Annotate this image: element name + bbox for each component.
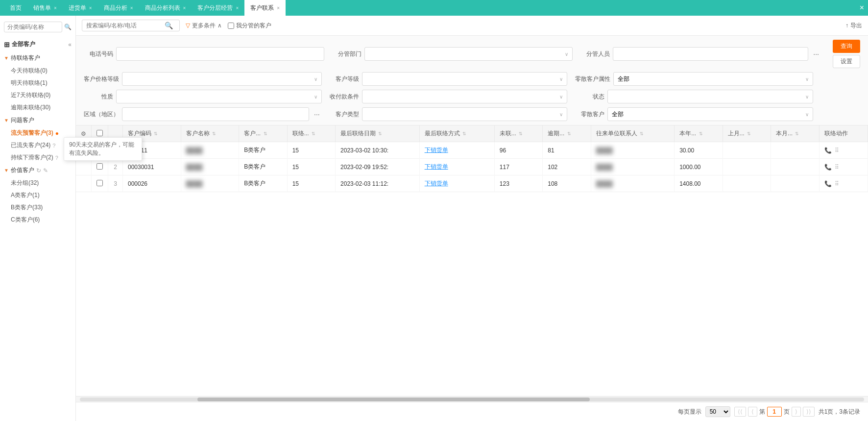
th-last-month[interactable]: 上月... ⇅ xyxy=(723,125,771,142)
per-page-select[interactable]: 50 100 200 xyxy=(705,406,730,417)
row-checkbox[interactable] xyxy=(96,163,103,170)
sidebar-search-input[interactable] xyxy=(4,22,62,32)
scroll-track[interactable] xyxy=(80,397,864,401)
nav-tab-analysis-list-close[interactable]: × xyxy=(183,5,186,11)
row-last-month-cell xyxy=(723,175,771,192)
th-name-label: 客户名称 xyxy=(186,130,210,137)
th-not-contacted[interactable]: 未联... ⇅ xyxy=(494,125,542,142)
my-customers-checkbox-wrapper[interactable]: 我分管的客户 xyxy=(228,22,271,30)
sidebar-item-today[interactable]: 今天待联络(0) xyxy=(0,65,75,77)
nav-tab-analysis-list[interactable]: 商品分析列表 × xyxy=(139,0,192,16)
sidebar-all-customers[interactable]: ⊞ 全部客户 « xyxy=(0,37,75,51)
row-contact-cell: 15 xyxy=(287,142,335,159)
sidebar-group-pending[interactable]: ▼ 待联络客户 xyxy=(0,51,75,65)
sidebar-item-b-class[interactable]: B类客户(33) xyxy=(0,201,75,214)
filter-customer-type-select[interactable]: ∨ xyxy=(362,107,568,121)
filter-zero-retail-attr-select[interactable]: 全部∨ xyxy=(613,72,813,86)
page-input[interactable] xyxy=(767,407,782,417)
phone-icon[interactable]: 📞 xyxy=(824,180,832,187)
filter-payment-select[interactable]: ∨ xyxy=(362,90,568,103)
nav-tab-sales[interactable]: 销售单 × xyxy=(27,0,63,16)
my-customers-checkbox[interactable] xyxy=(228,23,234,29)
arrow-icon: ▼ xyxy=(4,55,9,61)
sidebar-collapse-button[interactable]: « xyxy=(68,41,72,48)
filter-status-select[interactable]: ∨ xyxy=(607,90,813,103)
more-actions-icon[interactable]: ⠿ xyxy=(835,180,839,187)
filter-price-level-select[interactable]: ∨ xyxy=(122,72,322,86)
sidebar-item-overdue[interactable]: 逾期未联络(30) xyxy=(0,101,75,114)
th-this-year[interactable]: 本年... ⇅ xyxy=(675,125,723,142)
th-name[interactable]: 客户名称 ⇅ xyxy=(181,125,239,142)
row-last-month-cell xyxy=(723,142,771,159)
nav-home[interactable]: 首页 xyxy=(4,4,27,12)
filter-customer-level-select[interactable]: ∨ xyxy=(362,72,568,86)
scroll-thumb[interactable] xyxy=(197,397,590,401)
filter-person-more[interactable]: ··· xyxy=(811,50,821,58)
th-overdue[interactable]: 逾期... ⇅ xyxy=(543,125,591,142)
filter-gender-select[interactable]: ∨ xyxy=(116,90,322,103)
nav-tab-customer-tier[interactable]: 客户分层经营 × xyxy=(192,0,244,16)
filter-row-2: 客户价格等级 ∨ 客户等级 ∨ 零散客户属性 全部∨ xyxy=(84,72,860,86)
sidebar-item-c-class[interactable]: C类客户(6) xyxy=(0,214,75,226)
th-contact[interactable]: 联络... ⇅ xyxy=(287,125,335,142)
th-unit-contact[interactable]: 往来单位联系人 ⇅ xyxy=(591,125,674,142)
filter-phone-input[interactable] xyxy=(116,47,324,61)
row-contact-cell: 15 xyxy=(287,159,335,175)
th-last-contact-date[interactable]: 最后联络日期 ⇅ xyxy=(336,125,420,142)
nav-tab-customer-tier-close[interactable]: × xyxy=(236,5,239,11)
phone-icon[interactable]: 📞 xyxy=(824,164,832,171)
filter-region-select[interactable] xyxy=(122,107,309,121)
row-checkbox[interactable] xyxy=(96,180,103,186)
th-type[interactable]: 客户... ⇅ xyxy=(239,125,287,142)
row-overdue-cell: 81 xyxy=(543,142,591,159)
search-input[interactable] xyxy=(86,22,165,29)
th-this-month[interactable]: 本月... ⇅ xyxy=(771,125,819,142)
horizontal-scrollbar[interactable] xyxy=(76,396,868,402)
sidebar-item-7days[interactable]: 近7天待联络(0) xyxy=(0,89,75,101)
refresh-icon[interactable]: ↻ xyxy=(36,167,41,174)
filter-zero-retail-select[interactable]: 全部∨ xyxy=(607,107,813,121)
contact-method-link[interactable]: 下销货单 xyxy=(425,180,448,187)
sidebar-group-problem[interactable]: ▼ 问题客户 xyxy=(0,114,75,127)
edit-icon[interactable]: ✎ xyxy=(43,167,48,174)
contact-method-link[interactable]: 下销货单 xyxy=(425,163,448,170)
settings-icon[interactable]: ⚙ xyxy=(81,130,86,137)
nav-tab-purchase[interactable]: 进货单 × xyxy=(63,0,98,16)
export-button[interactable]: ↑ 导出 xyxy=(845,22,862,30)
sidebar-group-value[interactable]: ▼ 价值客户 ↻ ✎ xyxy=(0,164,75,177)
filter-dept-select[interactable]: ∨ xyxy=(364,47,573,61)
nav-tab-purchase-close[interactable]: × xyxy=(89,5,92,11)
per-page-label: 每页显示 xyxy=(678,408,701,416)
sidebar-item-tomorrow[interactable]: 明天待联络(1) xyxy=(0,77,75,89)
sidebar-item-ungroup[interactable]: 未分组(32) xyxy=(0,177,75,189)
contact-method-link[interactable]: 下销货单 xyxy=(425,147,448,153)
settings-button[interactable]: 设置 xyxy=(833,55,860,68)
filter-person-select[interactable] xyxy=(613,47,808,61)
nav-tab-sales-close[interactable]: × xyxy=(54,5,57,11)
prev-page-button[interactable]: ⟨ xyxy=(748,407,757,417)
search-button[interactable]: 🔍 xyxy=(165,22,173,29)
sidebar-search-icon[interactable]: 🔍 xyxy=(64,24,72,30)
th-unit-contact-label: 往来单位联系人 xyxy=(596,130,637,137)
sidebar-item-a-class[interactable]: A类客户(1) xyxy=(0,189,75,201)
filter-region-more[interactable]: ··· xyxy=(312,110,322,118)
nav-tab-customer-contact[interactable]: 客户联系 × xyxy=(244,0,286,16)
th-last-contact-method[interactable]: 最后联络方式 ⇅ xyxy=(419,125,494,142)
close-window-button[interactable]: × xyxy=(860,3,864,12)
last-page-button[interactable]: ⟩⟩ xyxy=(803,407,815,417)
nav-tab-analysis-close[interactable]: × xyxy=(130,5,133,11)
sort-icon-unit-contact: ⇅ xyxy=(640,131,644,136)
query-button[interactable]: 查询 xyxy=(833,40,860,53)
first-page-button[interactable]: ⟨⟨ xyxy=(734,407,746,417)
select-all-checkbox[interactable] xyxy=(96,130,103,136)
phone-icon[interactable]: 📞 xyxy=(824,147,832,154)
th-not-contacted-label: 未联... xyxy=(500,130,516,137)
more-filter-button[interactable]: ▽ 更多条件 ∧ xyxy=(186,22,222,30)
nav-tab-analysis[interactable]: 商品分析 × xyxy=(98,0,139,16)
more-actions-icon[interactable]: ⠿ xyxy=(835,147,839,154)
more-actions-icon[interactable]: ⠿ xyxy=(835,164,839,171)
row-last-contact-method-cell: 下销货单 xyxy=(419,175,494,192)
nav-tab-customer-contact-close[interactable]: × xyxy=(277,5,280,11)
row-name-cell: ████ xyxy=(181,142,239,159)
next-page-button[interactable]: ⟩ xyxy=(792,407,801,417)
